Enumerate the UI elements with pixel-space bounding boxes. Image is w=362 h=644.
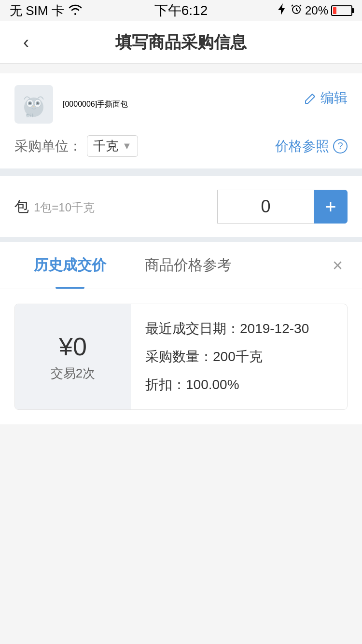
unit-section: 采购单位： 千克 ▼ (14, 135, 138, 157)
product-image: 数计 (19, 90, 48, 119)
alarm-icon (291, 3, 302, 18)
tabs-section: 历史成交价 商品价格参考 × ¥0 交易2次 最近成交日期：2019-12-30… (0, 242, 362, 424)
product-left: 数计 [0000006]手撕面包 (14, 85, 128, 124)
location-icon (278, 3, 288, 18)
currency-symbol: ¥ (59, 333, 73, 361)
page-title: 填写商品采购信息 (115, 31, 247, 54)
battery-icon (331, 5, 352, 16)
status-bar: 无 SIM 卡 下午6:12 20% (0, 0, 362, 21)
plus-icon: + (325, 196, 336, 218)
quantity-unit-name: 包 (14, 197, 29, 217)
wifi-icon (68, 3, 83, 18)
history-discount-row: 折扣：100.00% (145, 375, 333, 395)
history-date-row: 最近成交日期：2019-12-30 (145, 319, 333, 339)
status-time: 下午6:12 (154, 1, 208, 20)
dropdown-arrow-icon: ▼ (122, 140, 132, 152)
main-background (0, 424, 362, 644)
product-unit-row: 采购单位： 千克 ▼ 价格参照 ? (14, 135, 348, 157)
status-left: 无 SIM 卡 (10, 2, 83, 19)
back-button[interactable]: ‹ (12, 28, 41, 57)
price-number: 0 (73, 333, 87, 361)
price-ref-label: 价格参照 (275, 137, 329, 155)
help-icon: ? (333, 139, 348, 154)
unit-value: 千克 (93, 138, 118, 154)
product-card: 数计 [0000006]手撕面包 编辑 采购单位： 千克 ▼ 价格参照 ? (0, 73, 362, 168)
product-title: 手撕面包 (97, 100, 128, 108)
discount-value: 100.00% (186, 377, 239, 392)
discount-label: 折扣： (145, 377, 186, 392)
quantity-input[interactable] (217, 190, 314, 224)
tabs-header: 历史成交价 商品价格参考 × (0, 242, 362, 289)
svg-point-6 (29, 102, 31, 104)
quantity-plus-button[interactable]: + (314, 190, 348, 224)
edit-icon (304, 91, 318, 105)
price-reference-button[interactable]: 价格参照 ? (275, 137, 348, 155)
unit-label: 采购单位： (14, 137, 82, 155)
history-price-value: ¥0 (59, 332, 87, 361)
battery-percentage: 20% (305, 4, 328, 17)
history-content: ¥0 交易2次 最近成交日期：2019-12-30 采购数量：200千克 折扣：… (0, 289, 362, 424)
history-quantity-row: 采购数量：200千克 (145, 347, 333, 367)
divider-2 (0, 237, 362, 242)
quantity-row: 包 1包=10千克 + (0, 176, 362, 237)
date-value: 2019-12-30 (240, 321, 309, 336)
product-id: [0000006] (63, 100, 97, 108)
history-transactions: 交易2次 (51, 365, 95, 382)
close-button[interactable]: × (328, 251, 348, 280)
svg-text:数计: 数计 (26, 113, 34, 118)
quantity-value: 200千克 (213, 349, 263, 364)
svg-point-7 (37, 102, 39, 104)
nav-bar: ‹ 填写商品采购信息 (0, 21, 362, 64)
product-header: 数计 [0000006]手撕面包 编辑 (14, 85, 348, 124)
history-left-panel: ¥0 交易2次 (15, 304, 131, 409)
history-right-panel: 最近成交日期：2019-12-30 采购数量：200千克 折扣：100.00% (131, 304, 347, 409)
status-right: 20% (278, 3, 352, 18)
section-divider (0, 168, 362, 176)
quantity-input-group: + (217, 190, 348, 224)
edit-button[interactable]: 编辑 (304, 85, 348, 107)
product-thumbnail: 数计 (14, 85, 53, 124)
tab-history-price[interactable]: 历史成交价 (14, 242, 125, 289)
quantity-label-group: 包 1包=10千克 (14, 197, 95, 217)
product-name: [0000006]手撕面包 (63, 99, 128, 110)
history-card: ¥0 交易2次 最近成交日期：2019-12-30 采购数量：200千克 折扣：… (14, 304, 348, 410)
date-label: 最近成交日期： (145, 321, 240, 336)
quantity-label-text: 采购数量： (145, 349, 213, 364)
tabs-list: 历史成交价 商品价格参考 (14, 242, 251, 289)
quantity-conversion: 1包=10千克 (34, 200, 95, 215)
edit-label: 编辑 (320, 89, 348, 107)
unit-selector[interactable]: 千克 ▼ (87, 135, 138, 157)
tab-product-price-ref[interactable]: 商品价格参考 (125, 242, 251, 289)
carrier-text: 无 SIM 卡 (10, 2, 64, 19)
